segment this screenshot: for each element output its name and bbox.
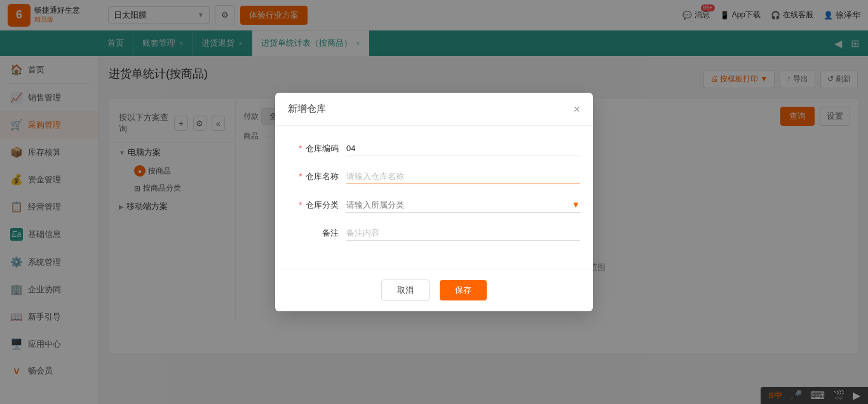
name-input[interactable]	[346, 169, 580, 184]
category-arrow-icon: ▼	[571, 199, 580, 210]
modal-title: 新增仓库	[288, 103, 326, 115]
remark-input[interactable]	[346, 226, 580, 241]
category-input[interactable]	[346, 200, 571, 210]
category-select-row[interactable]: ▼	[346, 197, 580, 213]
form-row-category: * 仓库分类 ▼	[288, 197, 580, 213]
modal-footer: 取消 保存	[275, 269, 593, 311]
modal-close-button[interactable]: ×	[573, 104, 580, 115]
form-row-remark: 备注	[288, 226, 580, 241]
modal-header: 新增仓库 ×	[275, 93, 593, 126]
category-label: * 仓库分类	[288, 199, 339, 211]
form-row-code: * 仓库编码	[288, 141, 580, 156]
code-label: * 仓库编码	[288, 143, 339, 154]
add-warehouse-modal: 新增仓库 × * 仓库编码 * 仓库名称	[275, 93, 593, 311]
form-row-name: * 仓库名称	[288, 169, 580, 184]
cancel-button[interactable]: 取消	[381, 279, 430, 301]
name-label: * 仓库名称	[288, 171, 339, 182]
remark-label: 备注	[288, 227, 339, 239]
code-input[interactable]	[346, 141, 580, 156]
modal-body: * 仓库编码 * 仓库名称 * 仓库分类	[275, 126, 593, 269]
modal-overlay[interactable]: 新增仓库 × * 仓库编码 * 仓库名称	[0, 0, 868, 404]
save-button[interactable]: 保存	[440, 280, 487, 300]
